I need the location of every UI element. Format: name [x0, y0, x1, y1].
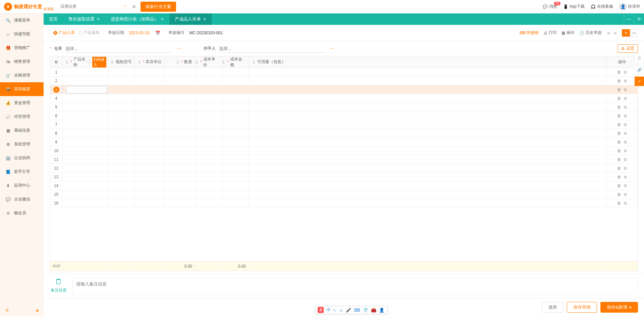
cell-name[interactable] [63, 111, 108, 120]
cell-spec[interactable] [108, 181, 135, 190]
delete-icon[interactable]: 🗑 [617, 166, 621, 171]
copy-icon[interactable]: ⧉ [624, 105, 627, 109]
cell-unit[interactable] [135, 190, 165, 198]
prev-icon[interactable]: ◀ [606, 31, 609, 35]
ime-toolbar[interactable]: S 中 •, ☺ 🎤 ⌨ 👕 🧰 👤 [315, 306, 387, 314]
cell-amount[interactable] [222, 68, 249, 76]
date-value[interactable]: 2023-03-20 [129, 31, 149, 35]
cell-spec[interactable] [108, 103, 135, 111]
cell-name[interactable] [63, 173, 108, 181]
cell-name[interactable] [63, 181, 108, 190]
sidebar-settings-icon[interactable]: ⚙ [5, 308, 9, 313]
cell-price[interactable] [195, 85, 222, 94]
cell-spec[interactable] [108, 68, 135, 76]
cell-name[interactable] [63, 103, 108, 111]
table-row[interactable]: 6🗑⧉ [50, 111, 638, 120]
cell-available[interactable] [249, 68, 607, 76]
cell-name[interactable] [63, 190, 108, 198]
radio-product-in[interactable]: 产品入库 [53, 30, 75, 36]
cell-qty[interactable] [165, 146, 195, 155]
messages-link[interactable]: 💬 消息 70 [543, 4, 557, 9]
ime-toolbox-icon[interactable]: 🧰 [371, 308, 376, 313]
ime-punct-icon[interactable]: •, [333, 308, 336, 313]
copy-icon[interactable]: ⧉ [624, 122, 627, 127]
cell-amount[interactable] [222, 138, 249, 146]
cell-price[interactable] [195, 138, 222, 146]
cell-unit[interactable] [135, 164, 165, 172]
cell-price[interactable] [195, 146, 222, 155]
cell-qty[interactable] [165, 94, 195, 102]
view-card-button[interactable]: ▭ [630, 29, 638, 37]
cell-price[interactable] [195, 155, 222, 164]
cell-qty[interactable] [165, 164, 195, 172]
cell-available[interactable] [249, 181, 607, 190]
close-icon[interactable]: ✕ [161, 17, 164, 21]
shortcut-link[interactable]: ⌨快捷键 [520, 30, 539, 36]
table-row[interactable]: 13🗑⧉ [50, 173, 638, 181]
sidebar-item-8[interactable]: ▦基础信息 [0, 124, 44, 137]
col-spec[interactable]: ▲▼规格型号 [108, 56, 135, 67]
cell-name[interactable] [63, 146, 108, 155]
cell-price[interactable] [195, 181, 222, 190]
table-row[interactable]: 9🗑⧉ [50, 138, 638, 146]
sidebar-item-12[interactable]: ⬇应用中心 [0, 179, 44, 192]
copy-icon[interactable]: ⧉ [624, 79, 627, 83]
tab-3[interactable]: 产成品入库单✕ [169, 13, 212, 25]
print-link[interactable]: 🖨打印 [543, 30, 557, 36]
col-name[interactable]: ▲▼ *产品名称ⓘ 扫码录入 [63, 56, 108, 67]
cell-name[interactable] [63, 199, 108, 207]
table-row[interactable]: 16🗑⧉ [50, 199, 638, 208]
cell-unit[interactable] [135, 138, 165, 146]
ime-mic-icon[interactable]: 🎤 [346, 308, 351, 313]
copy-icon[interactable]: ⧉ [624, 201, 627, 206]
copy-icon[interactable]: ⧉ [624, 96, 627, 101]
cell-spec[interactable] [108, 94, 135, 102]
sidebar-item-9[interactable]: ⚙系统管理 [0, 137, 44, 151]
sidebar-item-7[interactable]: 📈经营管理 [0, 110, 44, 124]
cell-qty[interactable] [165, 77, 195, 85]
cell-unit[interactable] [135, 173, 165, 181]
col-price[interactable]: ▲▼*成本单价 [195, 56, 222, 67]
cell-spec[interactable] [108, 77, 135, 85]
cell-available[interactable] [249, 103, 607, 111]
cell-qty[interactable] [165, 190, 195, 198]
cell-price[interactable] [195, 77, 222, 85]
category-select[interactable]: 日用百货 ﹀ [60, 4, 127, 9]
table-row[interactable]: 5🗑⧉ [50, 103, 638, 111]
table-row[interactable]: 12🗑⧉ [50, 164, 638, 173]
user-menu[interactable]: 👤 徐泽华 [619, 3, 640, 10]
discard-button[interactable]: 放弃 [542, 302, 564, 313]
cell-amount[interactable] [222, 155, 249, 164]
sidebar-item-14[interactable]: ♔畅会员 [0, 206, 44, 220]
delete-icon[interactable]: 🗑 [617, 87, 621, 92]
cell-qty[interactable] [165, 138, 195, 146]
delete-icon[interactable]: 🗑 [617, 105, 621, 109]
delete-icon[interactable]: 🗑 [617, 114, 621, 118]
customer-service-link[interactable]: 🎧 在线客服 [591, 4, 613, 9]
delete-icon[interactable]: 🗑 [617, 122, 621, 127]
cell-name[interactable] [63, 138, 108, 146]
table-row[interactable]: 8🗑⧉ [50, 129, 638, 138]
cell-available[interactable] [249, 199, 607, 207]
ime-user-icon[interactable]: 👤 [379, 308, 384, 313]
sidebar-item-13[interactable]: 💬企业微信 [0, 192, 44, 206]
cell-qty[interactable] [165, 85, 195, 94]
cell-price[interactable] [195, 120, 222, 129]
cell-available[interactable] [249, 111, 607, 120]
col-available[interactable]: ▲▼可用量（包装） [249, 56, 607, 67]
sidebar-item-4[interactable]: 🛒采购管理 [0, 69, 44, 82]
tab-2[interactable]: 进货单统计表（按商品）✕ [105, 13, 169, 25]
cell-unit[interactable] [135, 129, 165, 137]
table-row[interactable]: 4🗑⧉ [50, 94, 638, 103]
remark-input[interactable] [72, 277, 638, 295]
cell-qty[interactable] [165, 181, 195, 190]
table-row[interactable]: 14🗑⧉ [50, 181, 638, 190]
app-download-link[interactable]: 📱 App下载 [563, 4, 585, 9]
tab-minimize-button[interactable]: — [624, 13, 634, 25]
sidebar-item-1[interactable]: ⌂快捷导航 [0, 27, 44, 41]
cell-available[interactable] [249, 120, 607, 129]
cell-amount[interactable] [222, 85, 249, 94]
delete-icon[interactable]: 🗑 [617, 79, 621, 83]
tab-refresh-button[interactable]: ⟳ [634, 13, 644, 25]
close-icon[interactable]: ✕ [97, 17, 100, 21]
